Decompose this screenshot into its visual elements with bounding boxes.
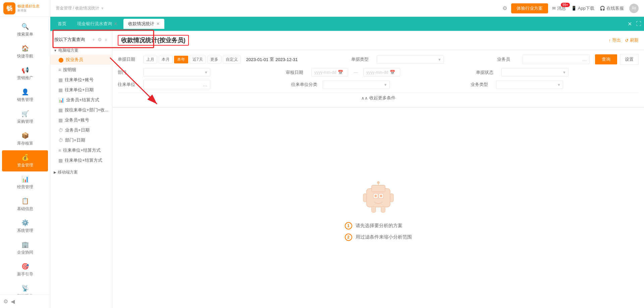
sidebar-item-label: 搜索菜单 (17, 32, 33, 37)
scheme-unit-dept-recv[interactable]: ▦ 按往来单位+部门+收... (50, 105, 112, 115)
search-row-1: 单据日期 上月 本月 本年 近7天 更多 自定义 2023-01-01 至 (118, 54, 639, 65)
window-close-icon[interactable]: ✕ (628, 21, 632, 27)
scheme-unit-account[interactable]: ▦ 往来单位+账号 (50, 75, 112, 85)
sidebar-item-search-menu[interactable]: 🔍 搜索菜单 (2, 19, 48, 41)
sidebar-item-basic-info[interactable]: 📋 基础信息 (2, 194, 48, 215)
tab-receipt-stat[interactable]: 收款情况统计 ✕ (123, 19, 164, 29)
tab-bank-flow[interactable]: 现金银行流水查询 ✕ (72, 19, 122, 29)
sidebar-item-inventory[interactable]: 📦 库存核算 (2, 129, 48, 150)
date-from-value: 2023-01-01 (246, 57, 269, 62)
collapse-panel-button[interactable]: « (104, 36, 108, 43)
sidebar-item-guide[interactable]: 🎯 新手引导 (2, 259, 48, 280)
sidebar-item-quick-nav[interactable]: 🏠 快捷导航 (2, 41, 48, 62)
sidebar-collapse-icon[interactable]: ◀ (11, 298, 15, 305)
date-dash: — (354, 70, 358, 75)
unit-category-select[interactable]: ▾ (323, 81, 390, 89)
tabs-bar: 首页 现金银行流水查询 ✕ 收款情况统计 ✕ ✕ ⛶ (50, 17, 644, 31)
dept-select[interactable]: ▾ (143, 68, 210, 76)
service-label: 在线客服 (606, 5, 624, 11)
this-month-btn[interactable]: 本月 (159, 56, 173, 63)
unit-category-chevron-icon: ▾ (384, 82, 387, 87)
mobile-section-title[interactable]: ▶ 移动端方案 (50, 168, 112, 176)
scheme-salesperson-settle[interactable]: 📊 业务员+结算方式 (50, 95, 112, 105)
trial-button[interactable]: 体验行业方案 (511, 3, 548, 13)
sidebar-item-enterprise[interactable]: 🏢 企业协同 (2, 238, 48, 259)
review-date-from[interactable]: yyyy-mm-dd 📅 (311, 68, 348, 76)
doc-status-select[interactable]: ▾ (501, 68, 569, 76)
add-scheme-button[interactable]: + (92, 36, 96, 43)
sidebar-item-purchase[interactable]: 🛒 采购管理 (2, 107, 48, 128)
settings-button[interactable]: 设置 (620, 54, 639, 65)
message-button[interactable]: ✉ 消息 99+ (552, 5, 566, 11)
search-row-2: 部门 ▾ 审核日期 yyyy-mm-dd 📅 — y (118, 68, 639, 76)
sidebar-item-label: 快捷导航 (17, 53, 33, 59)
tab-home[interactable]: 首页 (53, 19, 71, 29)
salesperson-more-icon[interactable]: ... (582, 56, 587, 62)
smart-hw-icon: 📡 (21, 285, 29, 292)
system-icon: ⚙️ (21, 219, 29, 226)
capital-icon: 💰 (21, 154, 29, 161)
scheme-unit-settle1[interactable]: ≡ 往来单位+结算方式 (50, 145, 112, 155)
logo-icon: 畅 (3, 2, 15, 14)
guide-icon: 🎯 (21, 263, 29, 270)
window-maximize-icon[interactable]: ⛶ (636, 21, 641, 27)
scheme-dept-date[interactable]: ⏱ 部门+日期 (50, 135, 112, 145)
scheme-salesperson-icon: ⬤ (58, 57, 64, 62)
online-service-button[interactable]: 🎧 在线客服 (600, 5, 624, 11)
review-date-to[interactable]: yyyy-mm-dd 📅 (363, 68, 400, 76)
biz-type-select[interactable]: ▾ (496, 81, 563, 89)
last-month-btn[interactable]: 上月 (143, 56, 157, 63)
sidebar-item-system[interactable]: ⚙️ 系统管理 (2, 216, 48, 237)
query-button[interactable]: 查询 (595, 54, 617, 64)
tab-receipt-stat-label: 收款情况统计 (128, 21, 154, 27)
tab-bank-flow-close[interactable]: ✕ (114, 21, 117, 26)
sidebar-item-sales[interactable]: 👤 销售管理 (2, 85, 48, 106)
tab-receipt-stat-close[interactable]: ✕ (156, 21, 160, 26)
custom-btn[interactable]: 自定义 (223, 56, 241, 63)
salesperson-select[interactable]: ... (523, 55, 590, 64)
operation-icon: 📊 (21, 175, 29, 183)
scheme-unit-settle2[interactable]: ▦ 往来单位+结算方式 (50, 155, 112, 165)
sidebar-item-marketing[interactable]: 📢 营销推广 (2, 63, 48, 84)
collapse-more-btn[interactable]: ∧∧ 收起更多条件 (118, 93, 639, 103)
sidebar-item-capital[interactable]: 💰 资金管理 (2, 150, 48, 171)
user-avatar[interactable]: Rit (629, 4, 639, 13)
doc-type-select[interactable]: ▾ (377, 55, 444, 64)
sidebar-item-label: 采购管理 (17, 119, 33, 124)
empty-state-icon (358, 175, 398, 215)
export-button[interactable]: ↑ 导出 (609, 37, 621, 43)
mobile-section: ▶ 移动端方案 (50, 167, 112, 178)
scheme-by-salesperson[interactable]: ⬤ 按业务员 (50, 55, 112, 65)
window-controls: ✕ ⛶ (628, 21, 641, 27)
last-7-btn[interactable]: 近7天 (190, 56, 206, 63)
review-from-placeholder: yyyy-mm-dd (314, 70, 336, 75)
service-icon: 🎧 (600, 6, 605, 11)
doc-type-label: 单据类型 (351, 56, 371, 62)
scheme-unit-date[interactable]: ▦ 往来单位+日期 (50, 85, 112, 95)
this-year-btn[interactable]: 本年 (174, 56, 188, 63)
scheme-salesperson-account[interactable]: ▦ 业务员+账号 (50, 115, 112, 125)
sidebar-item-smart-hw[interactable]: 📡 智能硬件 (2, 281, 48, 295)
dept-chevron-icon: ▾ (205, 70, 207, 75)
scheme-settings-button[interactable]: ⚙ (97, 36, 103, 43)
left-panel-title: 按以下方案查询 (54, 37, 85, 43)
more-btn[interactable]: 更多 (207, 56, 221, 63)
topbar-right: ✉ 消息 99+ 📱 App下载 🎧 在线客服 Rit (552, 4, 639, 13)
empty-step-2: 2 用过滤条件来缩小分析范围 (345, 234, 412, 241)
scheme-salesperson-date[interactable]: ⏱ 业务员+日期 (50, 125, 112, 135)
scheme-by-detail[interactable]: ≡ 按明细 (50, 65, 112, 75)
refresh-button[interactable]: ↺ 刷新 (625, 37, 639, 43)
doc-status-label: 单据状态 (476, 69, 496, 75)
scheme-sp-account-icon: ▦ (58, 117, 63, 123)
desktop-section-title[interactable]: ▼ 电脑端方案 (50, 46, 112, 55)
sidebar-item-operation[interactable]: 📊 经营管理 (2, 172, 48, 193)
scheme-unit-date-label: 往来单位+日期 (65, 87, 94, 93)
page-title: 收款情况统计(按业务员) (118, 35, 189, 46)
review-date-label: 审核日期 (286, 69, 306, 75)
sidebar-settings-icon[interactable]: ⚙ (3, 298, 8, 305)
unit-select[interactable]: ... (143, 80, 210, 89)
app-download-button[interactable]: 📱 App下载 (571, 5, 594, 11)
topbar-settings-icon[interactable]: ⚙ (502, 5, 507, 11)
unit-more-icon[interactable]: ... (203, 82, 207, 88)
scheme-salesperson-label: 按业务员 (66, 57, 83, 63)
